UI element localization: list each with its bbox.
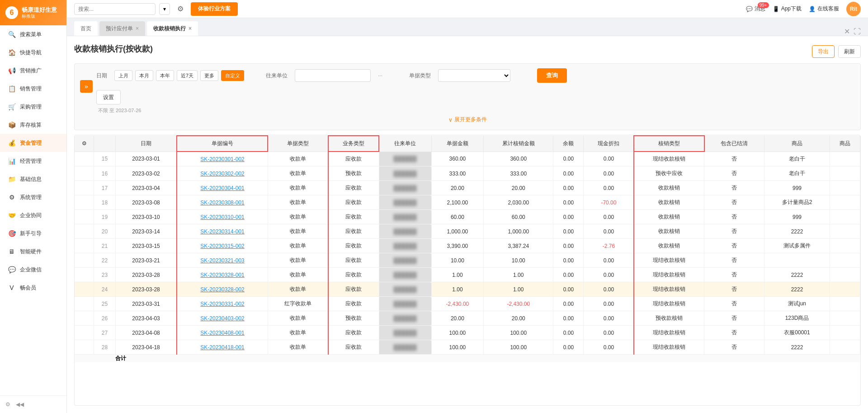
sidebar-label-guide: 新手引导 xyxy=(20,230,42,237)
cell-docno[interactable]: SK-20230301-002 xyxy=(177,152,268,166)
cell-docno[interactable]: SK-20230328-002 xyxy=(177,282,268,297)
sidebar-item-basic[interactable]: 📁基础信息 xyxy=(0,170,66,188)
app-icon: 📱 xyxy=(773,6,779,12)
col-goods2: 商品 xyxy=(830,136,860,152)
tab-prepay[interactable]: 预计应付单 × xyxy=(99,21,145,36)
cell-verifytype: 收款核销 xyxy=(634,239,704,253)
sidebar-logo: 6 畅康道好生意 标推版 xyxy=(0,0,66,25)
cell-biztype: 预收款 xyxy=(328,311,379,326)
tab-receipt[interactable]: 收款核销执行 × xyxy=(147,21,198,36)
sidebar-menu: 🔍搜索菜单🏠快捷导航📢营销推广📋销售管理🛒采购管理📦库存核算💰资金管理📊经营管理… xyxy=(0,25,66,395)
cell-amount: 1.00 xyxy=(431,282,484,297)
type-filter-select[interactable] xyxy=(438,69,510,82)
date-this-month-btn[interactable]: 本月 xyxy=(135,70,153,81)
cell-rownum: 26 xyxy=(94,311,116,326)
hardware-icon: 🖥 xyxy=(7,247,16,256)
date-range-text: 不限 至 2023-07-26 xyxy=(98,108,141,113)
cell-date: 2023-03-01 xyxy=(115,152,177,166)
search-input[interactable] xyxy=(74,3,156,15)
filter-toggle-btn[interactable]: » xyxy=(80,80,93,93)
filter-settings-btn[interactable]: 设置 xyxy=(96,90,121,104)
cell-docno[interactable]: SK-20230418-001 xyxy=(177,340,268,355)
message-btn[interactable]: 💬 消息 99+ xyxy=(746,5,765,13)
sidebar-item-finance[interactable]: 💰资金管理 xyxy=(0,134,66,152)
cell-docno[interactable]: SK-20230321-003 xyxy=(177,253,268,268)
sidebar-item-operation[interactable]: 📊经营管理 xyxy=(0,152,66,170)
cell-checkbox xyxy=(75,152,94,166)
col-goods: 商品 xyxy=(764,136,830,152)
tab-close-icon[interactable]: ✕ xyxy=(844,27,850,36)
solution-btn[interactable]: 体验行业方案 xyxy=(191,2,238,16)
sidebar-label-operation: 经营管理 xyxy=(20,157,42,165)
cell-verified: 333.00 xyxy=(484,166,553,181)
cell-docno[interactable]: SK-20230308-001 xyxy=(177,195,268,210)
tab-prepay-close[interactable]: × xyxy=(136,25,139,32)
sidebar-item-inventory[interactable]: 📦库存核算 xyxy=(0,116,66,134)
table-row: 152023-03-01SK-20230301-002收款单应收款██████3… xyxy=(75,152,860,166)
sidebar-item-guide[interactable]: 🎯新手引导 xyxy=(0,224,66,242)
app-download-btn[interactable]: 📱 App下载 xyxy=(773,5,802,13)
cell-verified: 2,030.00 xyxy=(484,195,553,210)
cell-docno[interactable]: SK-20230310-001 xyxy=(177,210,268,224)
cell-doctype: 收款单 xyxy=(268,340,328,355)
sidebar-item-system[interactable]: ⚙系统管理 xyxy=(0,188,66,206)
sidebar-item-member[interactable]: V畅会员 xyxy=(0,279,66,297)
cell-biztype: 应收款 xyxy=(328,210,379,224)
refresh-btn[interactable]: 刷新 xyxy=(838,45,861,58)
tab-prepay-label: 预计应付单 xyxy=(106,25,133,33)
cell-biztype: 应收款 xyxy=(328,340,379,355)
cell-verified: 360.00 xyxy=(484,152,553,166)
cell-amount: 20.00 xyxy=(431,311,484,326)
cell-docno[interactable]: SK-20230314-001 xyxy=(177,224,268,239)
dropdown-btn[interactable]: ▾ xyxy=(159,3,170,15)
cell-biztype: 应收款 xyxy=(328,239,379,253)
sidebar-item-enterprise[interactable]: 🤝企业协同 xyxy=(0,206,66,224)
sidebar-item-hardware[interactable]: 🖥智能硬件 xyxy=(0,242,66,261)
cell-docno[interactable]: SK-20230302-002 xyxy=(177,166,268,181)
date-prev-month-btn[interactable]: 上月 xyxy=(114,70,132,81)
date-7days-btn[interactable]: 近7天 xyxy=(177,70,198,81)
cell-goods2 xyxy=(830,282,860,297)
user-avatar[interactable]: Rit xyxy=(846,2,861,16)
cell-goods: 测试jun xyxy=(764,297,830,311)
sidebar-item-wechat[interactable]: 💬企业微信 xyxy=(0,261,66,279)
col-settings[interactable]: ⚙ xyxy=(75,136,94,152)
cell-doctype: 收款单 xyxy=(268,195,328,210)
topbar-gear-icon[interactable]: ⚙ xyxy=(177,5,184,13)
service-btn[interactable]: 👤 在线客服 xyxy=(809,5,839,13)
tab-receipt-close[interactable]: × xyxy=(189,25,192,32)
sidebar-item-sales[interactable]: 📋销售管理 xyxy=(0,80,66,98)
date-this-year-btn[interactable]: 本年 xyxy=(156,70,174,81)
date-more-btn[interactable]: 更多 xyxy=(200,70,218,81)
date-custom-btn[interactable]: 自定义 xyxy=(221,70,244,81)
export-btn[interactable]: 导出 xyxy=(812,45,835,58)
sidebar-item-purchase[interactable]: 🛒采购管理 xyxy=(0,98,66,116)
cell-balance: 0.00 xyxy=(553,297,584,311)
cell-goods2 xyxy=(830,239,860,253)
cell-doctype: 红字收款单 xyxy=(268,297,328,311)
tab-home[interactable]: 首页 xyxy=(74,21,98,36)
unit-filter-input[interactable] xyxy=(295,69,371,82)
expand-conditions-btn[interactable]: ∨ 展开更多条件 xyxy=(80,114,855,125)
cell-doctype: 收款单 xyxy=(268,282,328,297)
cell-verifytype: 现结收款核销 xyxy=(634,326,704,340)
cell-docno[interactable]: SK-20230331-002 xyxy=(177,297,268,311)
cell-docno[interactable]: SK-20230403-002 xyxy=(177,311,268,326)
sales-icon: 📋 xyxy=(7,84,16,93)
cell-docno[interactable]: SK-20230304-001 xyxy=(177,181,268,195)
cell-goods: 2222 xyxy=(764,282,830,297)
cell-date: 2023-04-18 xyxy=(115,340,177,355)
query-btn[interactable]: 查询 xyxy=(537,68,567,83)
cell-docno[interactable]: SK-20230408-001 xyxy=(177,326,268,340)
cell-docno[interactable]: SK-20230315-002 xyxy=(177,239,268,253)
sidebar-item-marketing[interactable]: 📢营销推广 xyxy=(0,62,66,80)
cell-verified: 20.00 xyxy=(484,181,553,195)
settings-icon[interactable]: ⚙ xyxy=(5,401,10,408)
tab-expand-icon[interactable]: ⛶ xyxy=(854,28,861,36)
collapse-icon[interactable]: ◀◀ xyxy=(16,401,24,408)
sidebar-item-quicknav[interactable]: 🏠快捷导航 xyxy=(0,43,66,62)
cell-docno[interactable]: SK-20230328-001 xyxy=(177,268,268,282)
tabbar: 首页 预计应付单 × 收款核销执行 × ✕ ⛶ xyxy=(67,18,868,36)
cell-biztype: 应收款 xyxy=(328,181,379,195)
sidebar-item-search[interactable]: 🔍搜索菜单 xyxy=(0,25,66,43)
